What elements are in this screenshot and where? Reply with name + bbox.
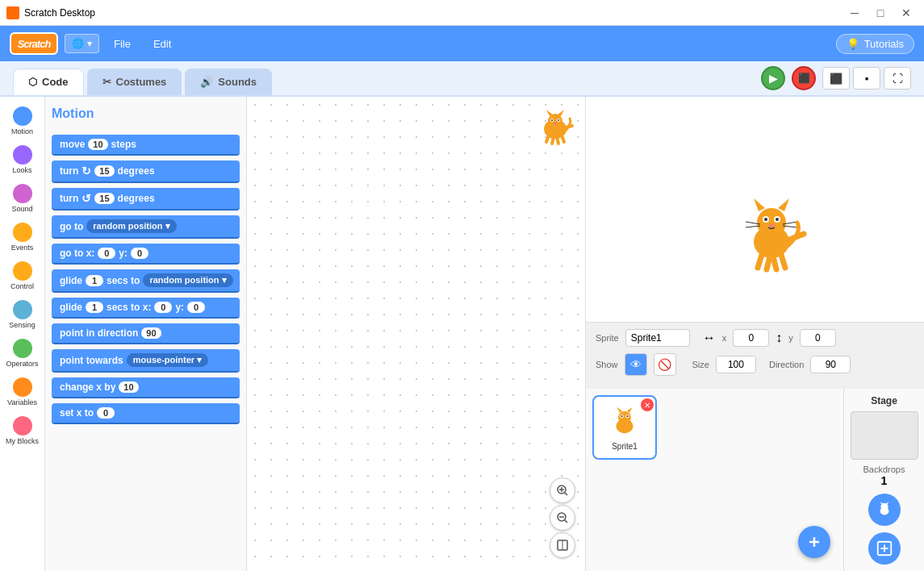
zoom-in-button[interactable]	[550, 477, 575, 503]
block-goto[interactable]: go to random position ▾	[52, 215, 240, 239]
category-looks[interactable]: Looks	[2, 142, 44, 177]
minimize-button[interactable]: ─	[843, 2, 866, 24]
svg-marker-43	[617, 406, 622, 412]
tutorials-button[interactable]: 💡 Tutorials	[836, 34, 914, 54]
titlebar-controls[interactable]: ─ □ ✕	[843, 2, 918, 24]
normal-stage-button[interactable]: ▪	[853, 67, 880, 90]
costumes-tab-icon: ✂	[102, 76, 111, 88]
sprite-delete-button[interactable]: ✕	[641, 398, 654, 411]
block-glide1-dropdown[interactable]: random position ▾	[143, 273, 232, 287]
events-dot	[13, 223, 32, 242]
svg-point-6	[551, 119, 553, 121]
category-sound[interactable]: Sound	[2, 181, 44, 216]
myblocks-label: My Blocks	[6, 437, 39, 445]
block-glide2-y[interactable]: 0	[187, 302, 205, 313]
show-hidden-button[interactable]: 🚫	[654, 353, 676, 376]
svg-point-1	[548, 114, 562, 128]
scripting-area[interactable]	[247, 97, 585, 571]
edit-menu[interactable]: Edit	[145, 35, 179, 53]
menubar: Scratch 🌐 ▾ File Edit 💡 Tutorials	[0, 26, 924, 61]
maximize-button[interactable]: □	[869, 2, 892, 24]
block-setx-input[interactable]: 0	[97, 407, 115, 419]
code-tab-icon: ⬡	[28, 76, 37, 88]
show-visible-button[interactable]: 👁	[625, 353, 647, 376]
x-input[interactable]	[733, 329, 769, 347]
block-glide1-input[interactable]: 1	[86, 275, 103, 286]
block-turn-right[interactable]: turn ↻ 15 degrees	[52, 160, 240, 183]
zoom-out-button[interactable]	[550, 505, 575, 531]
sprite-name-input[interactable]	[625, 329, 690, 347]
svg-line-9	[546, 135, 549, 142]
category-operators[interactable]: Operators	[2, 336, 44, 371]
tab-sounds[interactable]: 🔊 Sounds	[185, 69, 272, 95]
view-buttons: ⬛ ▪ ⛶	[822, 67, 911, 90]
block-glide2-text2: secs to x:	[107, 302, 151, 313]
category-sensing[interactable]: Sensing	[2, 297, 44, 332]
add-backdrop-button[interactable]	[868, 532, 901, 565]
tab-code[interactable]: ⬡ Code	[13, 69, 84, 95]
events-label: Events	[11, 244, 34, 252]
block-glide2[interactable]: glide 1 secs to x: 0 y: 0	[52, 298, 240, 319]
block-setx-text: set x to	[60, 407, 94, 419]
categories-panel: Motion Looks Sound Events Control Sensin…	[0, 97, 45, 571]
scratch-logo: Scratch	[10, 32, 58, 55]
category-control[interactable]: Control	[2, 258, 44, 294]
category-myblocks[interactable]: My Blocks	[2, 413, 44, 448]
small-stage-button[interactable]: ⬛	[822, 67, 850, 90]
category-events[interactable]: Events	[2, 219, 44, 255]
fullscreen-button[interactable]: ⛶	[884, 67, 911, 90]
block-turn-left[interactable]: turn ↺ 15 degrees	[52, 188, 240, 210]
tab-costumes[interactable]: ✂ Costumes	[87, 69, 182, 95]
sprite-props-row: Show 👁 🚫 Size Direction	[596, 353, 914, 376]
block-glide2-input1[interactable]: 1	[86, 302, 103, 313]
block-turn-right-input[interactable]: 15	[94, 165, 114, 177]
block-towards-dropdown[interactable]: mouse-pointer ▾	[127, 353, 208, 367]
block-glide1[interactable]: glide 1 secs to random position ▾	[52, 269, 240, 293]
sprite-name-row: Sprite ↔ x ↕ y	[596, 329, 914, 347]
block-move-input[interactable]: 10	[88, 139, 107, 150]
sprites-list: ✕ Sprite1	[586, 389, 785, 571]
sprite-tile-sprite1[interactable]: ✕ Sprite1	[592, 395, 657, 460]
y-input[interactable]	[800, 329, 836, 347]
stage-right-panel: Stage Backdrops 1	[843, 389, 924, 571]
backdrops-count: 1	[881, 474, 888, 487]
stage-panel-label: Stage	[871, 395, 897, 406]
block-goto-dropdown[interactable]: random position ▾	[86, 219, 176, 233]
block-towards[interactable]: point towards mouse-pointer ▾	[52, 349, 240, 373]
file-menu[interactable]: File	[106, 35, 139, 53]
block-direction-input[interactable]: 90	[141, 327, 161, 339]
show-label: Show	[596, 360, 618, 369]
block-changex[interactable]: change x by 10	[52, 377, 240, 398]
stage-thumbnail	[851, 411, 918, 460]
direction-input[interactable]	[810, 356, 851, 373]
stop-button[interactable]: ⬛	[792, 66, 816, 90]
motion-label: Motion	[11, 127, 33, 135]
size-input[interactable]	[716, 356, 756, 373]
block-changex-input[interactable]: 10	[119, 381, 138, 393]
block-setx[interactable]: set x to 0	[52, 403, 240, 424]
stage-sprite	[731, 194, 812, 277]
sprite-preview-thumbnail	[535, 106, 575, 147]
add-sprite-button[interactable]	[798, 526, 830, 558]
svg-line-11	[557, 137, 558, 144]
block-move[interactable]: move 10 steps	[52, 135, 240, 156]
category-motion[interactable]: Motion	[2, 103, 44, 139]
category-variables[interactable]: Variables	[2, 374, 44, 410]
svg-point-24	[757, 208, 786, 237]
green-flag-button[interactable]: ▶	[761, 66, 785, 90]
block-gotoxy[interactable]: go to x: 0 y: 0	[52, 244, 240, 265]
sound-label: Sound	[11, 205, 32, 213]
block-glide1-text1: glide	[60, 275, 82, 286]
language-button[interactable]: 🌐 ▾	[65, 34, 99, 53]
backdrops-label: Backdrops	[863, 465, 905, 474]
block-turn-left-input[interactable]: 15	[94, 193, 114, 204]
block-direction[interactable]: point in direction 90	[52, 323, 240, 344]
stage-sprite-button[interactable]	[868, 494, 901, 526]
motion-dot	[13, 106, 32, 126]
block-gotoxy-y[interactable]: 0	[131, 248, 148, 259]
close-button[interactable]: ✕	[895, 2, 918, 24]
block-gotoxy-x[interactable]: 0	[98, 248, 115, 259]
svg-point-29	[764, 218, 767, 221]
block-glide2-x[interactable]: 0	[154, 302, 172, 313]
zoom-fit-button[interactable]	[550, 532, 575, 558]
